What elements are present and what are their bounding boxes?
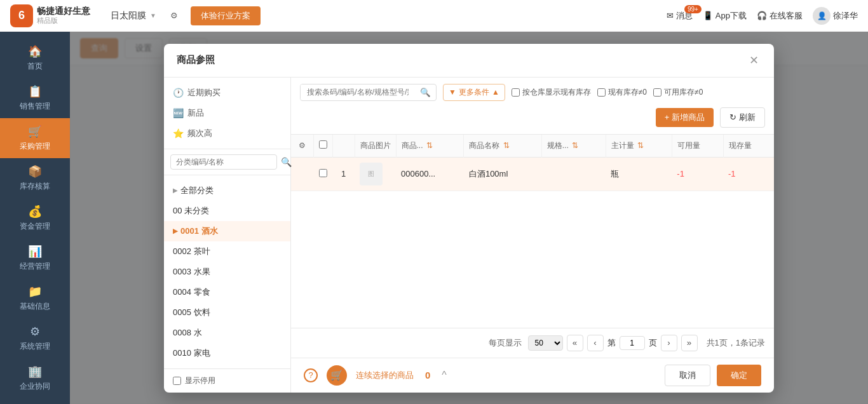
td-num: 1 <box>332 157 355 191</box>
sidebar-item-enterprise[interactable]: 🏢 企业协同 <box>0 358 70 398</box>
product-image: 图 <box>360 163 383 185</box>
row-checkbox[interactable] <box>319 169 327 177</box>
filter-btn[interactable]: ▼ 更多条件 ▲ <box>443 84 505 101</box>
check-available-stock-filter[interactable]: 可用库存≠0 <box>653 87 703 98</box>
sort-code-icon: ⇅ <box>426 141 433 150</box>
per-page-label: 每页显示 <box>489 337 522 349</box>
sort-name-icon: ⇅ <box>503 141 510 150</box>
message-icon: ✉ <box>667 11 674 20</box>
confirm-button[interactable]: 确定 <box>717 365 761 386</box>
td-stock: -1 <box>723 157 774 191</box>
next-page-btn[interactable]: › <box>661 335 677 351</box>
sidebar-item-stock[interactable]: 📦 库存核算 <box>0 158 70 198</box>
quick-nav-frequent[interactable]: ⭐ 频次高 <box>164 123 290 144</box>
quick-nav-new[interactable]: 🆕 新品 <box>164 103 290 123</box>
sort-unit-icon: ⇅ <box>637 141 644 150</box>
app-name: 畅捷通好生意 <box>37 6 90 17</box>
modal-close-button[interactable]: ✕ <box>746 53 761 68</box>
modal-body: 🕐 近期购买 🆕 新品 ⭐ 频次高 <box>164 77 774 393</box>
settings-icon[interactable]: ⚙ <box>164 6 184 26</box>
category-search-area: 🔍 <box>164 149 290 175</box>
cat-item-c0001[interactable]: ▶ 0001 酒水 <box>164 221 290 241</box>
cancel-button[interactable]: 取消 <box>665 365 710 386</box>
category-search-input[interactable] <box>170 154 277 170</box>
sidebar-label-system: 系统管理 <box>20 341 50 352</box>
store-selector[interactable]: 日太阳膜 ▼ <box>103 10 164 22</box>
user-info[interactable]: 👤 徐泽华 <box>813 7 858 25</box>
online-service-btn[interactable]: 🎧 在线客服 <box>757 10 803 22</box>
check-warehouse-input[interactable] <box>512 88 520 97</box>
cat-item-c0004[interactable]: 0004 零食 <box>164 282 290 302</box>
basic-icon: 📁 <box>28 285 42 299</box>
per-page-select[interactable]: 50 20 100 <box>528 335 563 351</box>
cat-item-c0008[interactable]: 0008 水 <box>164 323 290 343</box>
sidebar-item-guide[interactable]: 📖 新手引导 <box>0 398 70 404</box>
last-page-btn[interactable]: » <box>681 335 698 351</box>
select-all-checkbox[interactable] <box>319 140 327 149</box>
td-name: 白酒100ml <box>464 157 541 191</box>
system-icon: ⚙ <box>30 325 40 339</box>
th-checkbox <box>313 135 332 158</box>
app-sub: 精品版 <box>37 16 90 25</box>
category-tree: ▶ 全部分类 00 未分类 ▶ 0001 酒水 0002 茶 <box>164 175 290 368</box>
business-icon: 📊 <box>28 245 42 259</box>
product-search-button[interactable]: 🔍 <box>415 84 436 100</box>
sidebar-label-purchase: 采购管理 <box>20 141 50 152</box>
cart-icon[interactable]: 🛒 <box>327 365 347 386</box>
page-suffix: 页 <box>649 337 657 349</box>
messages-btn[interactable]: ✉ 消息 99+ <box>667 10 693 22</box>
th-unit[interactable]: 主计量 ⇅ <box>606 135 672 158</box>
show-disabled-checkbox[interactable] <box>173 377 181 385</box>
th-spec[interactable]: 规格... ⇅ <box>541 135 606 158</box>
collapse-icon[interactable]: ^ <box>442 370 447 381</box>
home-icon: 🏠 <box>28 44 42 58</box>
table-row[interactable]: 1 图 000600... <box>291 157 774 191</box>
td-code: 000600... <box>396 157 464 191</box>
refresh-btn[interactable]: ↻ 刷新 <box>720 107 765 128</box>
th-gear[interactable]: ⚙ <box>291 135 313 158</box>
check-warehouse-filter[interactable]: 按仓库显示现有库存 <box>512 87 591 98</box>
th-code[interactable]: 商品... ⇅ <box>396 135 464 158</box>
first-page-btn[interactable]: « <box>567 335 583 351</box>
cat-item-c0002[interactable]: 0002 茶叶 <box>164 241 290 262</box>
experience-btn[interactable]: 体验行业方案 <box>191 6 261 25</box>
sidebar-item-purchase[interactable]: 🛒 采购管理 <box>0 118 70 158</box>
page-number-input[interactable] <box>620 336 645 350</box>
quick-nav-recent[interactable]: 🕐 近期购买 <box>164 83 290 103</box>
nav-right: ✉ 消息 99+ 📱 App下载 🎧 在线客服 👤 徐泽华 <box>667 7 858 25</box>
product-search-input[interactable] <box>301 84 415 100</box>
check-available-stock-input[interactable] <box>653 88 661 97</box>
store-name: 日太阳膜 <box>111 10 146 22</box>
category-search-icon[interactable]: 🔍 <box>281 157 292 167</box>
cat-item-all[interactable]: ▶ 全部分类 <box>164 180 290 201</box>
td-gear <box>291 157 313 191</box>
add-product-btn[interactable]: + 新增商品 <box>656 108 714 127</box>
modal-right-panel: 🔍 ▼ 更多条件 ▲ 按仓库显示现有库存 <box>291 77 774 393</box>
sidebar-label-sales: 销售管理 <box>20 101 50 112</box>
quick-nav-new-label: 新品 <box>187 107 204 119</box>
cat-item-c0010[interactable]: 0010 家电 <box>164 343 290 363</box>
app-download-btn[interactable]: 📱 App下载 <box>703 10 747 22</box>
th-name[interactable]: 商品名称 ⇅ <box>464 135 541 158</box>
pagination: 每页显示 50 20 100 « ‹ <box>291 328 774 358</box>
check-current-stock-filter[interactable]: 现有库存≠0 <box>597 87 647 98</box>
prev-page-btn[interactable]: ‹ <box>587 335 604 351</box>
selected-text: 连续选择的商品 <box>356 370 414 381</box>
sidebar-item-fund[interactable]: 💰 资金管理 <box>0 198 70 238</box>
check-current-stock-input[interactable] <box>597 88 606 97</box>
sidebar-item-basic[interactable]: 📁 基础信息 <box>0 278 70 318</box>
footer-actions: 取消 确定 <box>665 365 761 386</box>
sidebar-item-system[interactable]: ⚙ 系统管理 <box>0 318 70 358</box>
sidebar-item-home[interactable]: 🏠 首页 <box>0 38 70 78</box>
recent-icon: 🕐 <box>173 88 184 98</box>
refresh-icon: ↻ <box>729 112 736 122</box>
td-img: 图 <box>355 157 396 191</box>
enterprise-icon: 🏢 <box>28 365 42 379</box>
help-icon[interactable]: ? <box>304 368 318 382</box>
sidebar-item-business[interactable]: 📊 经营管理 <box>0 238 70 278</box>
cat-item-c0003[interactable]: 0003 水果 <box>164 262 290 282</box>
sidebar-item-sales[interactable]: 📋 销售管理 <box>0 78 70 118</box>
phone-icon: 📱 <box>703 11 713 20</box>
cat-item-c00[interactable]: 00 未分类 <box>164 201 290 221</box>
cat-item-c0005[interactable]: 0005 饮料 <box>164 302 290 323</box>
